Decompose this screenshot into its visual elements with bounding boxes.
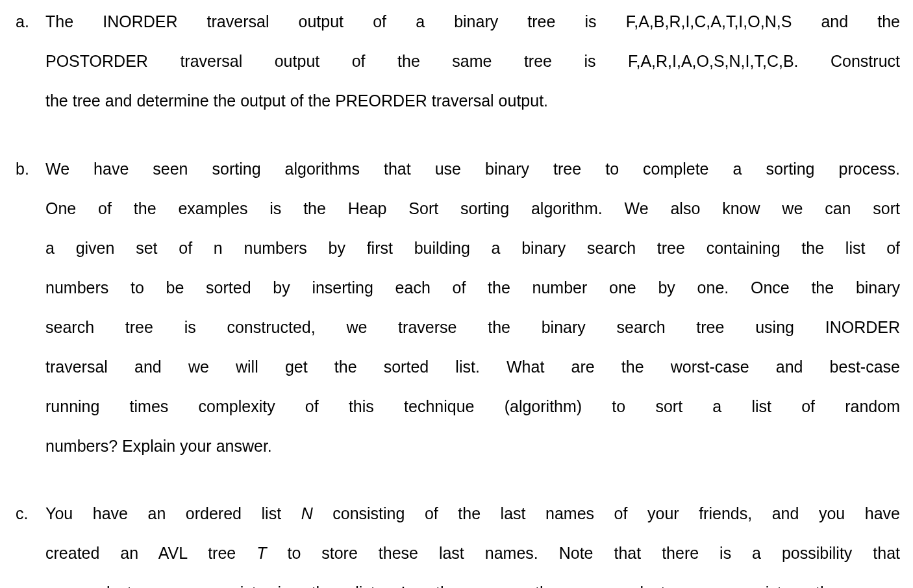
question-label-b: b. <box>13 159 45 456</box>
variable-t: T <box>256 544 266 562</box>
text-line: One of the examples is the Heap Sort sor… <box>45 199 900 238</box>
text-line: search tree is constructed, we traverse … <box>45 317 900 357</box>
text-line: same last names exist in the list. In th… <box>45 583 900 588</box>
text-span: consisting of the last names of your fri… <box>313 504 900 522</box>
question-b: b. We have seen sorting algorithms that … <box>13 159 900 456</box>
text-span: created an AVL tree <box>45 544 256 562</box>
text-line: running times complexity of this techniq… <box>45 397 900 436</box>
text-line: You have an ordered list N consisting of… <box>45 504 900 543</box>
text-span: You have an ordered list <box>45 504 301 522</box>
question-content-b: We have seen sorting algorithms that use… <box>45 159 900 456</box>
question-a: a. The INORDER traversal output of a bin… <box>13 12 900 111</box>
question-content-c: You have an ordered list N consisting of… <box>45 504 900 588</box>
text-line: created an AVL tree T to store these las… <box>45 543 900 583</box>
text-line: numbers? Explain your answer. <box>45 436 900 456</box>
text-span: to store these last names. Note that the… <box>266 544 900 562</box>
text-line: a given set of n numbers by first buildi… <box>45 238 900 278</box>
question-c: c. You have an ordered list N consisting… <box>13 504 900 588</box>
question-label-c: c. <box>13 504 45 588</box>
text-line: We have seen sorting algorithms that use… <box>45 159 900 199</box>
text-line: numbers to be sorted by inserting each o… <box>45 278 900 317</box>
question-label-a: a. <box>13 12 45 111</box>
text-line: traversal and we will get the sorted lis… <box>45 357 900 397</box>
text-line: the tree and determine the output of the… <box>45 91 900 111</box>
text-line: POSTORDER traversal output of the same t… <box>45 51 900 91</box>
question-content-a: The INORDER traversal output of a binary… <box>45 12 900 111</box>
text-line: The INORDER traversal output of a binary… <box>45 12 900 51</box>
variable-n: N <box>301 504 313 522</box>
